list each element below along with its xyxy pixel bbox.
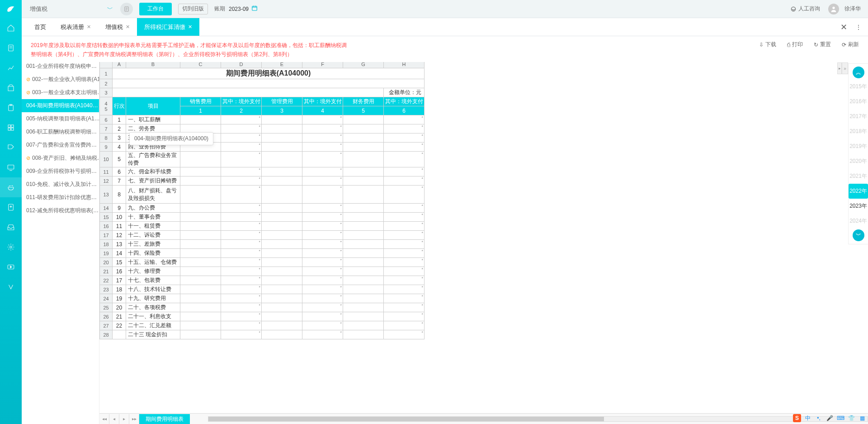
value-cell[interactable]: * bbox=[221, 115, 262, 124]
value-cell[interactable]: * bbox=[302, 152, 343, 167]
sheet-nav-last[interactable]: ▸▸ bbox=[129, 414, 139, 424]
value-cell[interactable]: * bbox=[384, 240, 425, 249]
row-header[interactable]: 22 bbox=[100, 276, 113, 285]
value-cell[interactable]: * bbox=[221, 312, 262, 321]
value-cell[interactable]: * bbox=[302, 204, 343, 213]
row-number-cell[interactable]: 19 bbox=[113, 294, 126, 303]
value-cell[interactable] bbox=[262, 303, 302, 312]
value-cell[interactable] bbox=[262, 176, 302, 186]
download-button[interactable]: ⇩ 下载 bbox=[759, 41, 776, 48]
row-header[interactable]: 11 bbox=[100, 167, 113, 176]
year-item[interactable]: 2022年 bbox=[849, 184, 868, 199]
value-cell[interactable]: * bbox=[221, 285, 262, 294]
value-cell[interactable] bbox=[343, 231, 384, 240]
value-cell[interactable]: * bbox=[302, 124, 343, 133]
value-cell[interactable] bbox=[343, 124, 384, 133]
row-header[interactable]: 18 bbox=[100, 240, 113, 249]
item-cell[interactable]: 九、办公费 bbox=[126, 204, 180, 213]
tax-type-select[interactable]: 增值税 ﹀ bbox=[26, 5, 117, 13]
ime-kb-icon[interactable]: ⌨ bbox=[836, 414, 844, 422]
ime-grid-icon[interactable]: ▦ bbox=[858, 414, 866, 422]
row-number-cell[interactable]: 14 bbox=[113, 249, 126, 258]
user-avatar[interactable] bbox=[828, 4, 839, 14]
doclist-item[interactable]: 010-免税、减计收入及加计… bbox=[22, 178, 99, 191]
value-cell[interactable] bbox=[180, 240, 221, 249]
row-number-cell[interactable]: 7 bbox=[113, 176, 126, 186]
nav-chart-icon[interactable] bbox=[0, 58, 22, 78]
value-cell[interactable] bbox=[343, 267, 384, 276]
row-header[interactable]: 24 bbox=[100, 294, 113, 303]
item-cell[interactable]: 八、财产损耗、盘亏及毁损损失 bbox=[126, 186, 180, 204]
value-cell[interactable] bbox=[180, 321, 221, 330]
value-cell[interactable] bbox=[262, 124, 302, 133]
value-cell[interactable] bbox=[262, 213, 302, 222]
refresh-button[interactable]: ⟳ 刷新 bbox=[842, 41, 859, 48]
value-cell[interactable] bbox=[343, 167, 384, 176]
year-item[interactable]: 2024年 bbox=[849, 214, 867, 229]
year-item[interactable]: 2018年 bbox=[849, 124, 867, 139]
nav-export-icon[interactable] bbox=[0, 197, 22, 217]
row-number-cell[interactable]: 6 bbox=[113, 167, 126, 176]
value-cell[interactable]: * bbox=[221, 276, 262, 285]
row-header[interactable]: 17 bbox=[100, 231, 113, 240]
row-number-cell[interactable]: 22 bbox=[113, 321, 126, 330]
doclist-item[interactable]: 005-纳税调整项目明细表(A1… bbox=[22, 112, 99, 125]
row-header[interactable]: 15 bbox=[100, 213, 113, 222]
nav-home-icon[interactable] bbox=[0, 18, 22, 38]
close-all-icon[interactable]: ✕ bbox=[840, 22, 847, 32]
value-cell[interactable] bbox=[262, 167, 302, 176]
row-header[interactable]: 23 bbox=[100, 285, 113, 294]
close-icon[interactable]: ✕ bbox=[126, 24, 130, 30]
value-cell[interactable] bbox=[262, 312, 302, 321]
value-cell[interactable]: * bbox=[384, 115, 425, 124]
value-cell[interactable]: * bbox=[384, 176, 425, 186]
value-cell[interactable] bbox=[180, 222, 221, 231]
value-cell[interactable]: * bbox=[302, 267, 343, 276]
switch-old-button[interactable]: 切到旧版 bbox=[178, 4, 208, 14]
value-cell[interactable]: * bbox=[384, 303, 425, 312]
value-cell[interactable]: * bbox=[221, 213, 262, 222]
value-cell[interactable] bbox=[262, 133, 302, 143]
item-cell[interactable]: 二十二、汇兑差额 bbox=[126, 321, 180, 330]
nav-video-icon[interactable] bbox=[0, 257, 22, 277]
value-cell[interactable]: * bbox=[302, 176, 343, 186]
doclist-item[interactable]: ⊘003-一般企业成本支出明细… bbox=[22, 86, 99, 99]
value-cell[interactable] bbox=[343, 330, 384, 339]
value-cell[interactable]: * bbox=[384, 294, 425, 303]
value-cell[interactable]: * bbox=[221, 303, 262, 312]
item-cell[interactable]: 六、佣金和手续费 bbox=[126, 167, 180, 176]
item-cell[interactable]: 五、广告费和业务宣传费 bbox=[126, 152, 180, 167]
edge-expand-outer[interactable]: » bbox=[842, 62, 848, 74]
nav-doc-icon[interactable] bbox=[0, 38, 22, 58]
ime-mic-icon[interactable]: 🎤 bbox=[826, 414, 834, 422]
row-header[interactable]: 26 bbox=[100, 312, 113, 321]
value-cell[interactable] bbox=[180, 330, 221, 339]
row-header[interactable]: 6 bbox=[100, 115, 113, 124]
value-cell[interactable] bbox=[262, 204, 302, 213]
horizontal-scrollbar[interactable] bbox=[208, 416, 868, 422]
value-cell[interactable]: * bbox=[221, 267, 262, 276]
value-cell[interactable]: * bbox=[221, 204, 262, 213]
row-number-cell[interactable]: 3 bbox=[113, 133, 126, 143]
tab-income-tax[interactable]: 所得税汇算清缴✕ bbox=[137, 18, 199, 36]
doclist-item[interactable]: 007-广告费和业务宣传费跨… bbox=[22, 138, 99, 152]
value-cell[interactable] bbox=[262, 231, 302, 240]
value-cell[interactable] bbox=[262, 240, 302, 249]
close-icon[interactable]: ✕ bbox=[188, 24, 192, 30]
year-item[interactable]: 2020年 bbox=[849, 154, 867, 169]
header-doc-icon[interactable] bbox=[120, 3, 133, 15]
value-cell[interactable]: * bbox=[384, 276, 425, 285]
sheet-nav-first[interactable]: ◂◂ bbox=[99, 414, 109, 424]
doclist-item[interactable]: ⊘002-一般企业收入明细表(A1… bbox=[22, 73, 99, 86]
consult-button[interactable]: 人工咨询 bbox=[790, 5, 820, 13]
value-cell[interactable] bbox=[262, 115, 302, 124]
value-cell[interactable]: * bbox=[221, 249, 262, 258]
nav-grid-icon[interactable] bbox=[0, 118, 22, 138]
value-cell[interactable]: * bbox=[302, 186, 343, 204]
value-cell[interactable] bbox=[343, 321, 384, 330]
value-cell[interactable] bbox=[343, 176, 384, 186]
value-cell[interactable]: * bbox=[384, 258, 425, 267]
value-cell[interactable] bbox=[180, 258, 221, 267]
row-number-cell[interactable]: 5 bbox=[113, 152, 126, 167]
row-header[interactable]: 2 bbox=[100, 79, 113, 88]
